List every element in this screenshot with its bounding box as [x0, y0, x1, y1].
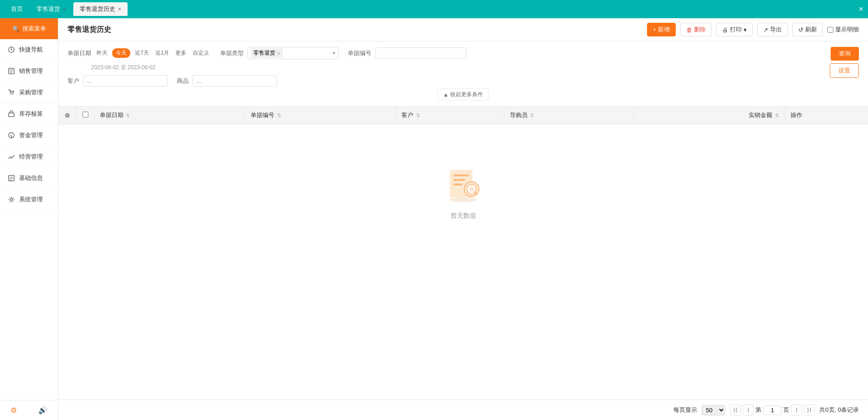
window-close-icon[interactable]: × [858, 5, 863, 14]
sidebar-item-finance-mgmt[interactable]: 资金管理 [0, 125, 58, 146]
sidebar-bottom: ⚙ 🔊 [0, 400, 58, 420]
table-col-action: 操作 [785, 107, 868, 124]
col-action-label: 操作 [791, 112, 802, 118]
col-amount-label: 实销金额 [749, 112, 772, 118]
shortcut-custom[interactable]: 自定义 [191, 48, 211, 58]
shortcut-more[interactable]: 更多 [174, 48, 188, 58]
doc-type-tag-close[interactable]: × [277, 51, 280, 56]
export-button[interactable]: ↗ 导出 [757, 23, 788, 36]
sidebar-item-system-mgmt-label: 系统管理 [19, 195, 43, 204]
empty-label: 暂无数据 [451, 212, 476, 220]
main-layout: 🔍 搜索菜单 快捷导航 销售管理 采购管理 [0, 18, 868, 420]
filter-right: 查询 设置 [830, 47, 859, 78]
print-dropdown-icon: ▾ [744, 26, 747, 33]
sidebar-search[interactable]: 🔍 搜索菜单 [0, 18, 58, 39]
tab-retail-return-history-label: 零售退货历史 [80, 5, 115, 13]
per-page-label: 每页显示 [673, 406, 697, 414]
sidebar-item-quick-nav[interactable]: 快捷导航 [0, 39, 58, 61]
goods-input[interactable] [192, 75, 277, 87]
query-button[interactable]: 查询 [831, 47, 859, 61]
shortcut-1month[interactable]: 近1月 [154, 48, 171, 58]
collapse-row: ▲ 收起更多条件 [67, 88, 859, 101]
doc-number-input[interactable] [375, 47, 466, 59]
last-page-btn[interactable]: ⟩⟩ [804, 405, 815, 415]
quick-nav-icon [7, 46, 15, 54]
col-guide-sort-icon[interactable]: ⇅ [530, 113, 534, 118]
shortcut-yesterday[interactable]: 昨天 [95, 48, 109, 58]
tab-retail-return-close[interactable]: × [63, 6, 66, 12]
refresh-button[interactable]: ↺ 刷新 [792, 23, 823, 36]
doc-type-label: 单据类型 [220, 49, 244, 57]
col-number-sort-icon[interactable]: ⇅ [277, 113, 281, 118]
prev-page-btn[interactable]: ⟨ [743, 405, 754, 415]
tab-home[interactable]: 首页 [5, 2, 29, 16]
pagination: 每页显示 50 10 20 100 ⟨⟨ ⟨ 第 页 ⟩ ⟩⟩ 共0页, 0条记… [58, 400, 868, 420]
empty-icon [441, 161, 486, 206]
show-detail-checkbox[interactable] [827, 27, 833, 33]
sidebar: 🔍 搜索菜单 快捷导航 销售管理 采购管理 [0, 18, 58, 420]
add-button[interactable]: + 新增 [647, 23, 676, 36]
page-nav: ⟨⟨ ⟨ 第 页 ⟩ ⟩⟩ [730, 405, 815, 415]
business-mgmt-icon [7, 153, 15, 161]
sidebar-search-label: 搜索菜单 [22, 25, 46, 33]
tab-retail-return[interactable]: 零售退货 × [30, 2, 72, 16]
table-col-gear: ⚙ [58, 107, 77, 124]
shortcut-today[interactable]: 今天 [112, 48, 130, 58]
basic-info-icon [7, 174, 15, 182]
sidebar-item-business-mgmt[interactable]: 经营管理 [0, 146, 58, 168]
sidebar-item-purchase-mgmt-label: 采购管理 [19, 88, 43, 97]
sidebar-item-inventory-mgmt-label: 库存核算 [19, 110, 43, 118]
sidebar-item-quick-nav-label: 快捷导航 [19, 46, 43, 54]
tab-bar: 首页 零售退货 × 零售退货历史 × [5, 2, 858, 16]
refresh-icon: ↺ [798, 26, 803, 33]
delete-button[interactable]: 🗑 删除 [680, 23, 712, 36]
col-date-sort-icon[interactable]: ⇅ [126, 113, 130, 118]
col-amount-sort-icon[interactable]: ⇅ [775, 113, 779, 118]
per-page-select[interactable]: 50 10 20 100 [702, 405, 725, 415]
sidebar-item-purchase-mgmt[interactable]: 采购管理 [0, 82, 58, 103]
page-number-input[interactable] [763, 405, 781, 415]
filter-settings-button[interactable]: 设置 [830, 63, 859, 78]
sidebar-item-basic-info-label: 基础信息 [19, 174, 43, 182]
doc-number-label: 单据编号 [348, 49, 371, 57]
collapse-label: 收起更多条件 [450, 91, 483, 98]
finance-mgmt-icon [7, 131, 15, 139]
content-area: 零售退货历史 + 新增 🗑 删除 🖨 打印 ▾ ↗ 导出 ↺ [58, 18, 868, 420]
sidebar-item-basic-info[interactable]: 基础信息 [0, 168, 58, 189]
customer-input[interactable] [83, 75, 168, 87]
svg-point-7 [10, 199, 13, 201]
shortcut-7days[interactable]: 近7天 [133, 48, 151, 58]
table-col-customer: 客户 ⇅ [396, 107, 504, 124]
first-page-btn[interactable]: ⟨⟨ [730, 405, 741, 415]
filter-fields: 单据日期 昨天 今天 近7天 近1月 更多 自定义 单据类型 [67, 47, 824, 87]
print-icon: 🖨 [722, 26, 728, 33]
sidebar-item-system-mgmt[interactable]: 系统管理 [0, 189, 58, 210]
sidebar-menu: 快捷导航 销售管理 采购管理 库存核算 [0, 39, 58, 400]
data-table: ⚙ 单据日期 ⇅ 单据编号 ⇅ [58, 107, 868, 124]
filter-top-row: 单据日期 昨天 今天 近7天 近1月 更多 自定义 单据类型 [67, 47, 859, 87]
tab-retail-return-label: 零售退货 [36, 5, 60, 13]
sidebar-item-inventory-mgmt[interactable]: 库存核算 [0, 103, 58, 125]
collapse-button[interactable]: ▲ 收起更多条件 [437, 88, 489, 101]
show-detail-checkbox-label[interactable]: 显示明细 [827, 26, 859, 34]
goods-filter-label: 商品 [177, 77, 189, 85]
col-customer-sort-icon[interactable]: ⇅ [416, 113, 420, 118]
sidebar-item-sales-mgmt[interactable]: 销售管理 [0, 61, 58, 82]
system-mgmt-icon [7, 195, 15, 204]
next-page-btn[interactable]: ⟩ [791, 405, 802, 415]
select-all-checkbox[interactable] [82, 112, 88, 118]
tab-retail-return-history[interactable]: 零售退货历史 × [73, 2, 128, 16]
print-button[interactable]: 🖨 打印 ▾ [716, 23, 753, 36]
volume-icon[interactable]: 🔊 [38, 406, 47, 415]
settings-gear-icon[interactable]: ⚙ [10, 406, 17, 415]
doc-type-tag-text: 零售退货 [253, 49, 275, 57]
gear-icon[interactable]: ⚙ [65, 112, 70, 119]
doc-type-tag-container[interactable]: 零售退货 × ▾ [247, 47, 339, 59]
goods-filter-group: 商品 [177, 75, 277, 87]
filter-row-2: 客户 商品 [67, 75, 824, 87]
content-header: 零售退货历史 + 新增 🗑 删除 🖨 打印 ▾ ↗ 导出 ↺ [58, 18, 868, 41]
toolbar: + 新增 🗑 删除 🖨 打印 ▾ ↗ 导出 ↺ 刷新 [647, 23, 859, 36]
tab-retail-return-history-close[interactable]: × [118, 6, 121, 12]
col-date-label: 单据日期 [100, 112, 123, 118]
table-col-amount: 实销金额 ⇅ [634, 107, 785, 124]
